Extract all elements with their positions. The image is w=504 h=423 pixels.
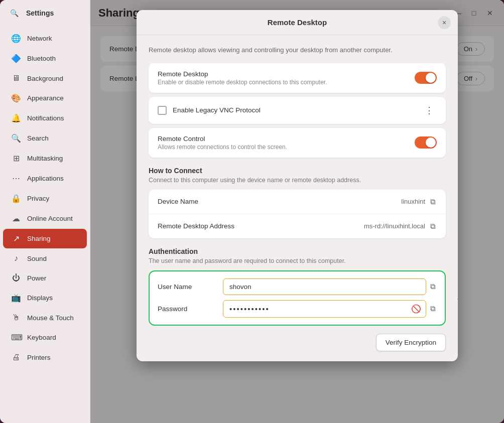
vnc-menu-button[interactable]: ⋮: [422, 104, 437, 117]
sidebar-item-label-mouse-touch: Mouse & Touch: [27, 314, 74, 322]
background-icon: 🖥: [11, 74, 21, 83]
sidebar-item-privacy[interactable]: 🔒Privacy: [3, 189, 87, 208]
remote-desktop-modal: Remote Desktop × Remote desktop allows v…: [137, 10, 458, 361]
displays-icon: 📺: [11, 293, 21, 303]
how-to-connect-desc: Connect to this computer using the devic…: [149, 177, 446, 184]
sidebar-item-label-network: Network: [27, 35, 52, 42]
vnc-checkbox[interactable]: [158, 106, 167, 115]
password-copy-button[interactable]: ⧉: [429, 303, 437, 314]
modal-description: Remote desktop allows viewing and contro…: [149, 45, 446, 55]
modal-overlay: Remote Desktop × Remote desktop allows v…: [90, 0, 504, 423]
applications-icon: ⋯: [11, 174, 21, 183]
sidebar-item-label-applications: Applications: [27, 175, 64, 182]
remote-control-sublabel: Allows remote connections to control the…: [158, 144, 287, 151]
arrow-indicator: ←: [454, 288, 458, 309]
username-label: User Name: [158, 283, 218, 291]
sidebar-item-online-account[interactable]: ☁Online Account: [3, 209, 87, 228]
modal-close-icon: ×: [442, 19, 446, 27]
sidebar-item-applications[interactable]: ⋯Applications: [3, 169, 87, 188]
sidebar-item-keyboard[interactable]: ⌨Keyboard: [3, 328, 87, 347]
sidebar-item-network[interactable]: 🌐Network: [3, 29, 87, 48]
dots-icon: ⋮: [425, 105, 434, 115]
remote-address-copy-button[interactable]: ⧉: [429, 221, 437, 232]
password-label: Password: [158, 305, 218, 313]
device-name-value: linuxhint: [401, 198, 425, 205]
remote-desktop-row-right: [415, 72, 437, 84]
main-area: Sharing — □ ✕ Remote Desktop On ›: [90, 0, 504, 423]
auth-section: User Name ⧉: [149, 270, 446, 326]
remote-address-row: Remote Desktop Address ms-rd://linuxhint…: [149, 214, 446, 238]
sidebar-item-appearance[interactable]: 🎨Appearance: [3, 88, 87, 108]
remote-desktop-toggle[interactable]: [415, 72, 437, 84]
sidebar-item-label-sharing: Sharing: [27, 235, 51, 242]
sidebar-item-displays[interactable]: 📺Displays: [3, 288, 87, 308]
power-icon: ⏻: [11, 273, 21, 283]
copy-icon-3: ⧉: [430, 282, 436, 291]
sidebar-item-label-privacy: Privacy: [27, 195, 49, 202]
remote-control-inner: Remote Control Allows remote connections…: [149, 128, 446, 158]
username-copy-button[interactable]: ⧉: [429, 281, 437, 292]
sidebar-item-search[interactable]: 🔍Search: [3, 128, 87, 148]
sidebar-item-background[interactable]: 🖥Background: [3, 69, 87, 88]
search-icon: 🔍: [11, 133, 21, 143]
sidebar-item-power[interactable]: ⏻Power: [3, 268, 87, 288]
sidebar-item-bluetooth[interactable]: 🔷Bluetooth: [3, 49, 87, 68]
sidebar-item-label-bluetooth: Bluetooth: [27, 55, 56, 62]
connection-info-table: Device Name linuxhint ⧉ Remote Desktop A…: [149, 190, 446, 238]
remote-desktop-inner: Remote Desktop Enable or disable remote …: [149, 63, 446, 93]
sidebar-item-sharing[interactable]: ↗Sharing: [3, 229, 87, 248]
username-input[interactable]: [223, 278, 426, 295]
appearance-icon: 🎨: [11, 93, 21, 103]
remote-desktop-row: Remote Desktop Enable or disable remote …: [149, 63, 446, 93]
sidebar-item-notifications[interactable]: 🔔Notifications: [3, 108, 87, 128]
sound-icon: ♪: [11, 254, 21, 263]
eye-off-icon: 🚫: [411, 305, 421, 313]
sidebar-item-mouse-touch[interactable]: 🖱Mouse & Touch: [3, 308, 87, 327]
sidebar-item-label-multitasking: Multitasking: [27, 155, 63, 162]
sidebar-header: 🔍 Settings: [0, 0, 90, 26]
verify-encryption-button[interactable]: Verify Encryption: [376, 334, 446, 351]
how-to-connect-heading: How to Connect: [149, 167, 446, 175]
remote-desktop-row-label: Remote Desktop: [158, 70, 327, 78]
bluetooth-icon: 🔷: [11, 54, 21, 63]
remote-control-toggle[interactable]: [415, 136, 437, 149]
password-field: Password 🚫: [158, 300, 437, 318]
vnc-left: Enable Legacy VNC Protocol: [158, 106, 261, 115]
sharing-icon: ↗: [11, 234, 21, 243]
password-input[interactable]: [223, 300, 426, 318]
username-input-group: ⧉: [223, 278, 437, 295]
sidebar-item-label-displays: Displays: [27, 294, 53, 302]
remote-desktop-left: Remote Desktop Enable or disable remote …: [158, 70, 327, 86]
password-input-group: 🚫 ⧉: [223, 300, 437, 318]
vnc-inner: Enable Legacy VNC Protocol ⋮: [149, 97, 446, 124]
remote-control-right: [415, 136, 437, 149]
remote-desktop-row-sublabel: Enable or disable remote desktop connect…: [158, 79, 327, 86]
password-toggle-button[interactable]: 🚫: [410, 303, 422, 315]
search-button[interactable]: 🔍: [7, 6, 21, 20]
sidebar-item-label-notifications: Notifications: [27, 114, 64, 122]
modal-body: Remote desktop allows viewing and contro…: [137, 35, 458, 361]
modal-close-button[interactable]: ×: [438, 16, 451, 29]
sidebar-item-printers[interactable]: 🖨Printers: [3, 348, 87, 367]
password-input-wrapper: 🚫: [223, 300, 426, 318]
mouse-touch-icon: 🖱: [11, 313, 21, 322]
remote-address-label: Remote Desktop Address: [158, 222, 234, 230]
modal-title: Remote Desktop: [268, 18, 327, 27]
sidebar-item-label-appearance: Appearance: [27, 94, 64, 102]
sidebar-item-multitasking[interactable]: ⊞Multitasking: [3, 149, 87, 168]
sidebar-item-label-sound: Sound: [27, 255, 47, 262]
auth-heading: Authentication: [149, 247, 446, 255]
sidebar-item-sound[interactable]: ♪Sound: [3, 249, 87, 268]
toggle-knob-2: [426, 137, 436, 148]
auth-container: User Name ⧉: [149, 270, 446, 326]
privacy-icon: 🔒: [11, 194, 21, 203]
sidebar-title: Settings: [26, 9, 54, 17]
remote-address-value: ms-rd://linuxhint.local: [364, 222, 425, 230]
device-name-row: Device Name linuxhint ⧉: [149, 190, 446, 214]
verify-btn-container: Verify Encryption: [149, 334, 446, 351]
device-name-copy-button[interactable]: ⧉: [429, 196, 437, 207]
auth-desc: The user name and password are required …: [149, 257, 446, 264]
printers-icon: 🖨: [11, 353, 21, 362]
sidebar-item-label-online-account: Online Account: [27, 215, 73, 222]
vnc-row: Enable Legacy VNC Protocol ⋮: [149, 97, 446, 124]
